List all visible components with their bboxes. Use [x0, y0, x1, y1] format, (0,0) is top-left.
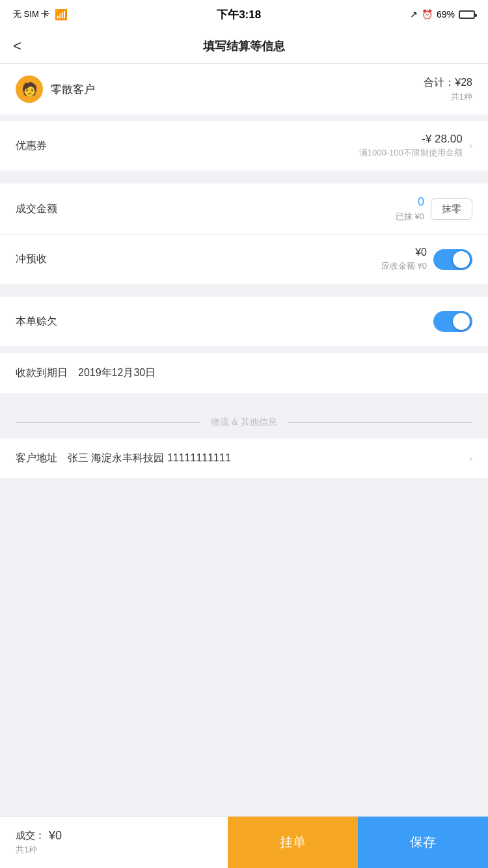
- back-button[interactable]: <: [13, 38, 21, 55]
- address-value: 张三 海淀永丰科技园 11111111111: [68, 452, 469, 465]
- deal-amount-value: 0: [418, 195, 424, 209]
- customer-total-info: 合计：¥28 共1种: [424, 76, 472, 103]
- deal-amount-label: 成交金额: [16, 202, 57, 216]
- status-right: ↗ ⏰ 69%: [410, 9, 475, 20]
- status-time: 下午3:18: [217, 7, 261, 22]
- prepay-right: ¥0 应收金额 ¥0: [381, 247, 472, 272]
- main-content: 🧑 零散客户 合计：¥28 共1种 优惠券 -¥ 28.00 满1000-100…: [0, 64, 488, 543]
- due-date-row: 收款到期日 2019年12月30日: [0, 353, 488, 393]
- hold-order-button[interactable]: 挂单: [228, 817, 358, 869]
- customer-info: 🧑 零散客户: [16, 75, 95, 103]
- logistics-divider: 物流 & 其他信息: [0, 406, 488, 439]
- bottom-count: 共1种: [16, 844, 212, 856]
- page-title: 填写结算等信息: [203, 38, 285, 54]
- arrearage-label: 本单赊欠: [16, 315, 57, 329]
- section-divider-1: [0, 177, 488, 183]
- battery-percent: 69%: [437, 9, 455, 20]
- coupon-sub: 满1000-100不限制使用金额: [359, 147, 463, 159]
- customer-row: 🧑 零散客户 合计：¥28 共1种: [0, 64, 488, 115]
- battery-icon: [459, 10, 475, 19]
- bottom-deal-label: 成交：: [16, 830, 45, 842]
- wifi-icon: 📶: [55, 8, 68, 21]
- status-left: 无 SIM 卡 📶: [13, 8, 68, 21]
- coupon-label: 优惠券: [16, 139, 47, 153]
- coupon-right: -¥ 28.00 满1000-100不限制使用金额 ›: [359, 133, 472, 159]
- deal-amount-sub: 已抹 ¥0: [396, 211, 424, 223]
- address-row[interactable]: 客户地址 张三 海淀永丰科技园 11111111111 ›: [0, 439, 488, 478]
- avatar: 🧑: [16, 75, 43, 103]
- coupon-info: -¥ 28.00 满1000-100不限制使用金额: [359, 133, 463, 159]
- section-divider-2: [0, 290, 488, 297]
- prepay-col: ¥0 应收金额 ¥0: [381, 247, 427, 272]
- no-sim-text: 无 SIM 卡: [13, 8, 49, 20]
- bottom-deal: 成交： ¥0: [16, 829, 212, 843]
- arrearage-row: 本单赊欠: [0, 297, 488, 347]
- customer-total: 合计：¥28: [424, 76, 472, 90]
- prepay-value: ¥0: [415, 247, 427, 258]
- coupon-discount: -¥ 28.00: [422, 133, 462, 146]
- save-button[interactable]: 保存: [358, 817, 488, 869]
- alarm-icon: ⏰: [422, 9, 433, 20]
- coupon-section: 优惠券 -¥ 28.00 满1000-100不限制使用金额 ›: [0, 121, 488, 170]
- bottom-bar: 成交： ¥0 共1种 挂单 保存: [0, 816, 488, 868]
- coupon-chevron-icon: ›: [469, 140, 472, 152]
- prepay-row: 冲预收 ¥0 应收金额 ¥0: [0, 235, 488, 284]
- round-off-button[interactable]: 抹零: [431, 198, 472, 220]
- bottom-info: 成交： ¥0 共1种: [0, 829, 228, 856]
- prepay-label: 冲预收: [16, 252, 47, 266]
- customer-name: 零散客户: [51, 82, 95, 97]
- due-date-value: 2019年12月30日: [78, 366, 156, 380]
- address-label: 客户地址: [16, 452, 57, 465]
- logistics-label: 物流 & 其他信息: [211, 416, 277, 428]
- status-bar: 无 SIM 卡 📶 下午3:18 ↗ ⏰ 69%: [0, 0, 488, 29]
- customer-count: 共1种: [424, 91, 472, 103]
- location-icon: ↗: [410, 9, 418, 20]
- due-date-label: 收款到期日: [16, 366, 68, 380]
- coupon-row[interactable]: 优惠券 -¥ 28.00 满1000-100不限制使用金额 ›: [0, 121, 488, 170]
- deal-amount-row: 成交金额 0 已抹 ¥0 抹零: [0, 183, 488, 235]
- deal-amount-right: 0 已抹 ¥0 抹零: [396, 195, 472, 223]
- deal-amount-section: 成交金额 0 已抹 ¥0 抹零 冲预收 ¥0 应收金额 ¥0: [0, 183, 488, 284]
- deal-amount-col: 0 已抹 ¥0: [396, 195, 424, 223]
- prepay-toggle[interactable]: [433, 249, 472, 270]
- section-divider-3: [0, 400, 488, 406]
- bottom-deal-amount: ¥0: [49, 829, 62, 843]
- arrearage-toggle[interactable]: [433, 311, 472, 332]
- address-chevron-icon: ›: [469, 453, 472, 465]
- nav-bar: < 填写结算等信息: [0, 29, 488, 64]
- prepay-sub: 应收金额 ¥0: [381, 260, 427, 272]
